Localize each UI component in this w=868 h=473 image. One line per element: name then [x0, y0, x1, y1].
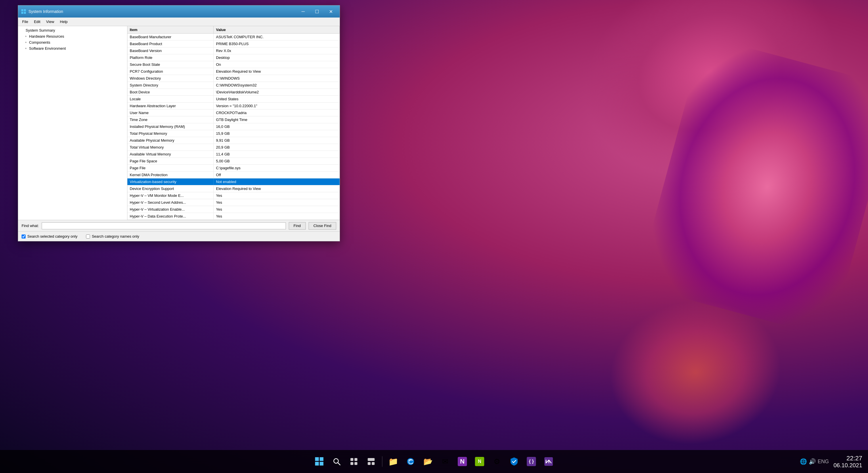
svg-rect-7 [320, 462, 323, 466]
svg-rect-14 [368, 458, 375, 461]
taskbar-defender-icon[interactable] [507, 454, 522, 469]
taskbar-start-button[interactable] [312, 454, 327, 469]
grid-cell-item: Hyper-V – Second Level Addres... [127, 199, 214, 206]
table-row[interactable]: Available Physical Memory9,91 GB [127, 137, 340, 144]
taskbar-search-icon[interactable] [329, 454, 344, 469]
taskbar-edge-icon[interactable] [403, 454, 418, 469]
table-row[interactable]: Hardware Abstraction LayerVersion = "10.… [127, 103, 340, 109]
grid-cell-value: PRIME B350-PLUS [214, 40, 340, 47]
table-row[interactable]: Platform RoleDesktop [127, 54, 340, 61]
grid-cell-value: C:\pagefile.sys [214, 165, 340, 171]
grid-cell-item: Hyper-V – VM Monitor Mode E... [127, 192, 214, 199]
table-row[interactable]: Windows DirectoryC:\WINDOWS [127, 75, 340, 82]
table-row[interactable]: Hyper-V – Virtualization Enable...Yes [127, 206, 340, 213]
sidebar-item-software-environment[interactable]: + Software Environment [18, 45, 127, 52]
taskbar-explorer-icon[interactable]: 📂 [421, 454, 435, 469]
sidebar-item-hardware-resources[interactable]: + Hardware Resources [18, 33, 127, 39]
table-row[interactable]: Hyper-V – Second Level Addres...Yes [127, 199, 340, 206]
table-row[interactable]: Virtualization-based securityNot enabled [127, 178, 340, 185]
search-selected-text: Search selected category only [27, 234, 78, 238]
grid-cell-item: Available Virtual Memory [127, 151, 214, 158]
search-names-checkbox[interactable] [86, 235, 90, 238]
table-row[interactable]: Device Encryption SupportElevation Requi… [127, 185, 340, 192]
close-button[interactable]: ✕ [324, 7, 337, 16]
search-selected-label[interactable]: Search selected category only [22, 234, 78, 238]
table-row[interactable]: LocaleUnited States [127, 96, 340, 103]
table-row[interactable]: BaseBoard VersionRev X.0x [127, 47, 340, 54]
table-row[interactable]: Page File Space5,00 GB [127, 158, 340, 165]
taskbar-clock[interactable]: 22:27 06.10.2021 [834, 454, 862, 469]
table-row[interactable]: System DirectoryC:\WINDOWS\system32 [127, 82, 340, 89]
grid-cell-item: Boot Device [127, 89, 214, 95]
grid-cell-item: BaseBoard Manufacturer [127, 34, 214, 40]
maximize-button[interactable]: ☐ [310, 7, 323, 16]
taskbar-network-icon[interactable]: 🌐 [800, 458, 807, 465]
search-names-label[interactable]: Search category names only [86, 234, 139, 238]
taskbar-separator [382, 456, 382, 467]
window-icon [21, 8, 27, 15]
table-row[interactable]: Hyper-V – Data Execution Prote...Yes [127, 213, 340, 220]
svg-rect-0 [21, 9, 23, 11]
taskbar-vs-icon[interactable] [541, 454, 556, 469]
table-row[interactable]: Kernel DMA ProtectionOff [127, 172, 340, 178]
grid-cell-item: Total Physical Memory [127, 130, 214, 137]
table-row[interactable]: Secure Boot StateOn [127, 61, 340, 68]
menu-file[interactable]: File [19, 19, 31, 25]
taskbar-volume-icon[interactable]: 🔊 [809, 458, 816, 465]
table-row[interactable]: Page FileC:\pagefile.sys [127, 165, 340, 172]
taskbar-folder-icon[interactable]: 📁 [386, 454, 401, 469]
minimize-button[interactable]: ─ [297, 7, 310, 16]
table-row[interactable]: BaseBoard ProductPRIME B350-PLUS [127, 40, 340, 47]
menu-view[interactable]: View [43, 19, 57, 25]
search-selected-checkbox[interactable] [22, 235, 26, 238]
taskbar-system-icons: 🌐 🔊 ENG [800, 458, 829, 465]
table-row[interactable]: BaseBoard ManufacturerASUSTeK COMPUTER I… [127, 34, 340, 40]
grid-cell-value: Elevation Required to View [214, 185, 340, 192]
table-row[interactable]: User NameCROCKPOT\adria [127, 109, 340, 116]
taskbar-mail-icon[interactable]: ✉ [438, 454, 453, 469]
grid-cell-value: 5,00 GB [214, 158, 340, 164]
taskbar-nvidia-icon[interactable]: N [472, 454, 487, 469]
data-grid: Item Value BaseBoard ManufacturerASUSTeK… [127, 26, 340, 220]
table-row[interactable]: Hyper-V – VM Monitor Mode E...Yes [127, 192, 340, 199]
grid-cell-value: Off [214, 172, 340, 178]
table-row[interactable]: Available Virtual Memory11,4 GB [127, 151, 340, 158]
svg-rect-5 [320, 457, 323, 461]
svg-rect-15 [368, 462, 371, 465]
sidebar-item-components[interactable]: + Components [18, 39, 127, 45]
grid-cell-item: Time Zone [127, 116, 214, 123]
taskbar-devtools-icon[interactable]: { } [524, 454, 539, 469]
svg-rect-11 [354, 458, 358, 461]
taskbar-widgets-icon[interactable] [364, 454, 379, 469]
grid-cell-value: 20,9 GB [214, 144, 340, 150]
table-row[interactable]: Total Virtual Memory20,9 GB [127, 144, 340, 151]
window-title: System Information [29, 9, 297, 14]
taskbar-onenote-icon[interactable]: N [455, 454, 470, 469]
grid-cell-item: Locale [127, 96, 214, 102]
table-row[interactable]: Boot Device\Device\HarddiskVolume2 [127, 89, 340, 96]
find-input[interactable] [42, 223, 286, 229]
close-find-button[interactable]: Close Find [309, 222, 336, 230]
grid-cell-value: \Device\HarddiskVolume2 [214, 89, 340, 95]
find-button[interactable]: Find [289, 222, 306, 230]
menu-help[interactable]: Help [57, 19, 70, 25]
taskbar-settings-icon[interactable]: ⚙ [490, 454, 504, 469]
system-information-window: System Information ─ ☐ ✕ File Edit View … [18, 5, 340, 241]
table-row[interactable]: Total Physical Memory15,9 GB [127, 130, 340, 137]
table-row[interactable]: Time ZoneGTB Daylight Time [127, 116, 340, 123]
svg-rect-2 [21, 12, 23, 14]
taskbar-taskview-icon[interactable] [347, 454, 362, 469]
grid-cell-value: Elevation Required to View [214, 68, 340, 75]
window-controls: ─ ☐ ✕ [297, 7, 337, 16]
expand-icon-hw: + [24, 34, 28, 38]
menu-edit[interactable]: Edit [31, 19, 43, 25]
grid-cell-item: Device Encryption Support [127, 185, 214, 192]
svg-rect-1 [24, 9, 26, 11]
sidebar-item-system-summary[interactable]: System Summary [18, 27, 127, 33]
table-row[interactable]: Installed Physical Memory (RAM)16,0 GB [127, 123, 340, 130]
taskbar-battery-icon: ENG [818, 459, 829, 465]
checkbox-bar: Search selected category only Search cat… [18, 231, 340, 241]
table-row[interactable]: PCR7 ConfigurationElevation Required to … [127, 68, 340, 75]
grid-body: BaseBoard ManufacturerASUSTeK COMPUTER I… [127, 34, 340, 220]
grid-cell-value: Version = "10.0.22000.1" [214, 103, 340, 109]
